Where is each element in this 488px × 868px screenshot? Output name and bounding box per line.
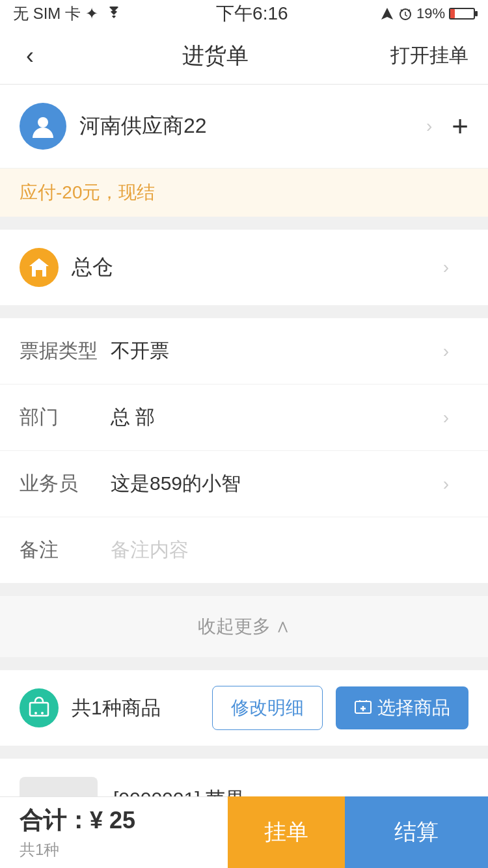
battery-icon bbox=[449, 8, 475, 20]
dept-value: 总 部 bbox=[111, 404, 443, 431]
supplier-section: 河南供应商22 › + 应付-20元，现结 bbox=[0, 85, 488, 217]
invoice-label: 票据类型 bbox=[20, 338, 111, 364]
total-value: ¥ 25 bbox=[90, 807, 135, 834]
add-button[interactable]: + bbox=[452, 112, 468, 141]
products-count: 共1种商品 bbox=[72, 695, 199, 722]
settle-button[interactable]: 结算 bbox=[345, 796, 488, 868]
dept-chevron-icon: › bbox=[443, 407, 449, 428]
status-time: 下午6:16 bbox=[216, 1, 288, 26]
pending-label: 挂单 bbox=[264, 817, 308, 847]
warehouse-chevron-icon: › bbox=[443, 257, 449, 278]
sales-row[interactable]: 业务员 这是859的小智 › bbox=[0, 451, 488, 517]
total-sub: 共1种 bbox=[20, 839, 208, 860]
remark-label: 备注 bbox=[20, 537, 111, 563]
battery-percent: 19% bbox=[416, 5, 445, 22]
person-icon bbox=[29, 112, 57, 141]
collapse-label: 收起更多 ∧ bbox=[198, 616, 291, 636]
select-product-label: 选择商品 bbox=[377, 696, 450, 720]
sales-label: 业务员 bbox=[20, 470, 111, 497]
cart-icon bbox=[27, 696, 51, 720]
page-title: 进货单 bbox=[182, 41, 249, 71]
warehouse-row[interactable]: 总仓 › bbox=[0, 230, 488, 305]
svg-rect-3 bbox=[30, 703, 48, 716]
dept-label: 部门 bbox=[20, 404, 111, 431]
warehouse-name: 总仓 bbox=[72, 253, 443, 282]
products-header: 共1种商品 修改明细 选择商品 bbox=[0, 670, 488, 746]
supplier-name: 河南供应商22 bbox=[79, 112, 426, 141]
svg-rect-2 bbox=[36, 270, 42, 277]
settle-label: 结算 bbox=[394, 817, 439, 847]
footer-total: 合计：¥ 25 共1种 bbox=[0, 796, 228, 868]
sales-chevron-icon: › bbox=[443, 474, 449, 495]
supplier-avatar bbox=[20, 103, 66, 150]
select-product-button[interactable]: 选择商品 bbox=[336, 686, 468, 729]
alarm-icon bbox=[398, 7, 413, 21]
invoice-value: 不开票 bbox=[111, 338, 443, 364]
notice-bar: 应付-20元，现结 bbox=[0, 169, 488, 217]
svg-point-5 bbox=[41, 712, 44, 714]
nav-bar: ‹ 进货单 打开挂单 bbox=[0, 27, 488, 85]
products-section: 共1种商品 修改明细 选择商品 bbox=[0, 670, 488, 746]
supplier-chevron-icon: › bbox=[426, 116, 432, 137]
invoice-chevron-icon: › bbox=[443, 341, 449, 362]
sales-value: 这是859的小智 bbox=[111, 470, 443, 497]
collapse-bar[interactable]: 收起更多 ∧ bbox=[0, 596, 488, 657]
warehouse-section: 总仓 › bbox=[0, 230, 488, 305]
invoice-row[interactable]: 票据类型 不开票 › bbox=[0, 318, 488, 385]
svg-point-4 bbox=[34, 712, 37, 714]
back-button[interactable]: ‹ bbox=[20, 36, 40, 76]
footer: 合计：¥ 25 共1种 挂单 结算 bbox=[0, 796, 488, 868]
total-label: 合计： bbox=[20, 807, 90, 834]
products-icon bbox=[20, 688, 59, 727]
warehouse-icon bbox=[20, 248, 59, 287]
form-section: 票据类型 不开票 › 部门 总 部 › 业务员 这是859的小智 › 备注 备注… bbox=[0, 318, 488, 583]
house-icon bbox=[27, 256, 51, 279]
dept-row[interactable]: 部门 总 部 › bbox=[0, 385, 488, 451]
status-left: 无 SIM 卡 ✦ bbox=[13, 3, 124, 24]
pending-button[interactable]: 挂单 bbox=[228, 796, 345, 868]
remark-row[interactable]: 备注 备注内容 bbox=[0, 517, 488, 583]
supplier-row[interactable]: 河南供应商22 › + bbox=[0, 85, 488, 169]
sim-label: 无 SIM 卡 ✦ bbox=[13, 3, 98, 24]
svg-point-1 bbox=[38, 117, 48, 128]
open-pending-button[interactable]: 打开挂单 bbox=[390, 42, 468, 69]
location-icon bbox=[380, 7, 394, 21]
status-right: 19% bbox=[380, 5, 475, 22]
wifi-icon bbox=[103, 7, 124, 21]
status-bar: 无 SIM 卡 ✦ 下午6:16 19% bbox=[0, 0, 488, 27]
select-product-icon bbox=[354, 700, 372, 716]
remark-input[interactable]: 备注内容 bbox=[111, 537, 468, 563]
notice-text: 应付-20元，现结 bbox=[20, 182, 155, 202]
edit-detail-button[interactable]: 修改明细 bbox=[212, 686, 323, 730]
total-main: 合计：¥ 25 bbox=[20, 805, 208, 837]
